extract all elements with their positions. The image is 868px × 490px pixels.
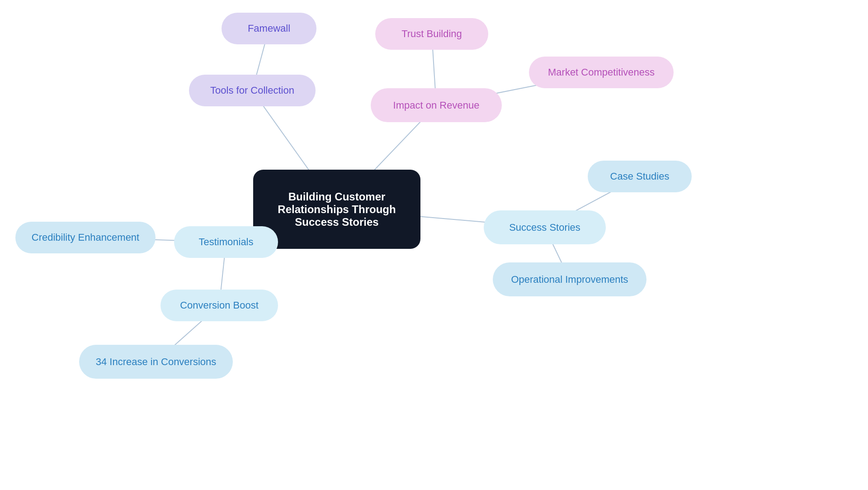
impact-revenue-node: Impact on Revenue [371,88,502,122]
trust-building-node: Trust Building [375,18,488,50]
success-stories-node: Success Stories [484,210,606,244]
tools-collection-node: Tools for Collection [189,75,316,106]
credibility-enhancement-node: Credibility Enhancement [15,222,156,253]
operational-improvements-node: Operational Improvements [493,262,646,296]
famewall-node: Famewall [222,13,316,44]
mindmap-container: Building Customer Relationships Through … [0,0,868,490]
center-node: Building Customer Relationships Through … [253,170,420,249]
case-studies-node: Case Studies [588,161,692,192]
increase-conversions-node: 34 Increase in Conversions [79,345,233,379]
testimonials-node: Testimonials [174,226,278,258]
market-competitiveness-node: Market Competitiveness [529,57,674,88]
conversion-boost-node: Conversion Boost [160,290,278,321]
